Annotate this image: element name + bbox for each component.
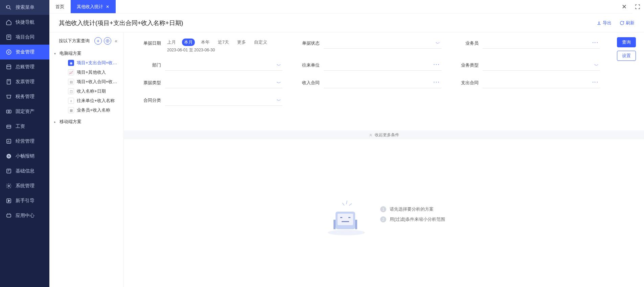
sidebar-item-contract[interactable]: 项目合同 (0, 30, 49, 45)
sidebar-item-label: 税务管理 (16, 94, 34, 100)
sidebar-item-info[interactable]: 基础信息 (0, 164, 49, 178)
page-title: 其他收入统计(项目+支出合同+收入名称+日期) (59, 19, 183, 27)
tab-home[interactable]: 首页 (49, 0, 71, 13)
tree-item[interactable]: ◉项目+支出合同+收入... (53, 58, 120, 68)
sidebar-item-label: 总账管理 (16, 64, 34, 70)
filter-label-income-contract: 收入合同 (296, 78, 324, 86)
empty-state: 1请先选择要分析的方案 2用[过滤]条件来缩小分析范围 (124, 145, 644, 287)
tree-item[interactable]: ⫾往来单位+收入名称 (53, 96, 120, 105)
home-icon (5, 19, 12, 26)
date-tab-custom[interactable]: 自定义 (252, 39, 269, 46)
gear-icon (5, 183, 12, 189)
sidebar-item-home[interactable]: 快捷导航 (0, 15, 49, 30)
date-tab-more[interactable]: 更多 (235, 39, 248, 46)
svg-point-0 (7, 5, 10, 8)
sidebar-item-invoice[interactable]: 发票管理 (0, 74, 49, 89)
tab-current[interactable]: 其他收入统计✕ (71, 0, 116, 13)
sidebar-item-biz[interactable]: 经营管理 (0, 134, 49, 149)
page-header: 其他收入统计(项目+支出合同+收入名称+日期) 导出 刷新 (49, 14, 644, 32)
date-tab-7days[interactable]: 近7天 (216, 39, 231, 46)
tabs-bar: 首页 其他收入统计✕ (49, 0, 632, 14)
guide-icon (5, 197, 12, 204)
svg-point-33 (328, 230, 365, 235)
sidebar-item-tax[interactable]: 税务管理 (0, 89, 49, 104)
sidebar-item-label: 应用中心 (16, 213, 34, 219)
sidebar-item-label: 小畅报销 (16, 153, 34, 159)
more-icon: ··· (592, 79, 599, 85)
sidebar-item-system[interactable]: 系统管理 (0, 178, 49, 193)
add-scheme-button[interactable]: + (94, 37, 102, 45)
money-icon: ¥ (5, 49, 12, 55)
empty-step1: 请先选择要分析的方案 (390, 206, 434, 212)
settings-button[interactable]: 设置 (617, 51, 636, 61)
biztype-select[interactable]: ﹀ (483, 61, 600, 71)
close-all-button[interactable]: ✕ (618, 0, 630, 14)
svg-rect-8 (7, 65, 11, 69)
query-button[interactable]: 查询 (617, 37, 636, 47)
partner-select[interactable]: ··· (324, 61, 441, 71)
search-icon (5, 4, 12, 11)
document-icon (5, 34, 12, 41)
close-tab-icon[interactable]: ✕ (106, 4, 109, 9)
sidebar-item-funds[interactable]: ¥资金管理 (0, 45, 49, 59)
svg-rect-37 (348, 217, 350, 218)
expense-contract-select[interactable]: ··· (483, 78, 600, 88)
svg-rect-28 (7, 214, 11, 217)
export-button[interactable]: 导出 (597, 20, 612, 26)
svg-rect-39 (355, 220, 357, 229)
filter-label-status: 单据状态 (296, 39, 324, 46)
info-icon (5, 168, 12, 174)
chevron-down-icon: ﹀ (594, 63, 599, 69)
tree-item[interactable]: 📈项目+其他收入 (53, 68, 120, 77)
filter-label-biztype: 业务类型 (455, 61, 483, 68)
collapse-filters-button[interactable]: 收起更多条件 (124, 130, 644, 139)
scheme-icon: ⫾ (68, 98, 74, 104)
scheme-icon: ◫ (68, 88, 74, 94)
date-range-display: 2023-06-01 至 2023-06-30 (165, 47, 282, 53)
svg-point-31 (107, 41, 108, 42)
date-tab-lastmonth[interactable]: 上月 (165, 39, 178, 46)
refresh-button[interactable]: 刷新 (620, 20, 635, 26)
sidebar-item-expense[interactable]: G小畅报销 (0, 149, 49, 164)
tree-item[interactable]: ▦业务员+收入名称 (53, 105, 120, 115)
sidebar-item-label: 经营管理 (16, 138, 34, 144)
tree-item[interactable]: ◫收入名称+日期 (53, 87, 120, 96)
caret-right-icon: ▸ (54, 120, 56, 124)
scheme-settings-button[interactable] (104, 37, 111, 45)
sidebar-item-label: 快捷导航 (16, 19, 34, 25)
filter-label-tickettype: 票据类型 (137, 78, 165, 86)
more-icon: ··· (433, 62, 440, 68)
tickettype-select[interactable]: ﹀ (165, 78, 282, 88)
empty-step2: 用[过滤]条件来缩小分析范围 (390, 216, 445, 222)
tree-group-desktop[interactable]: ▾电脑端方案 (53, 49, 120, 58)
chevron-down-icon: ﹀ (277, 98, 281, 104)
g-icon: G (5, 153, 12, 160)
scheme-icon: ◉ (68, 60, 74, 66)
sidebar-item-salary[interactable]: 工资 (0, 119, 49, 134)
chevron-down-icon: ﹀ (277, 63, 281, 69)
sidebar-item-guide[interactable]: 新手引导 (0, 193, 49, 208)
contract-cat-select[interactable]: ﹀ (165, 96, 282, 106)
fullscreen-button[interactable] (632, 0, 643, 14)
app-icon (5, 212, 12, 219)
tax-icon (5, 93, 12, 100)
sidebar-item-asset[interactable]: 固定资产 (0, 104, 49, 119)
salesman-select[interactable]: ··· (483, 39, 600, 49)
filter-label-dept: 部门 (137, 61, 165, 68)
dept-select[interactable]: ﹀ (165, 61, 282, 71)
income-contract-select[interactable]: ··· (324, 78, 441, 88)
sidebar-item-ledger[interactable]: 总账管理 (0, 59, 49, 74)
status-select[interactable]: ﹀ (324, 39, 441, 49)
empty-illustration (323, 196, 370, 237)
svg-rect-40 (334, 220, 336, 229)
sidebar-item-search[interactable]: 搜索菜单 (0, 0, 49, 15)
collapse-scheme-button[interactable]: « (113, 38, 119, 44)
sidebar-item-apps[interactable]: 应用中心 (0, 208, 49, 223)
tree-group-mobile[interactable]: ▸移动端方案 (53, 117, 120, 126)
caret-down-icon: ▾ (54, 52, 56, 55)
date-tab-thisyear[interactable]: 本年 (199, 39, 212, 46)
svg-rect-36 (340, 217, 342, 218)
tree-item[interactable]: ▤项目+收入合同+收入... (53, 77, 120, 87)
date-tab-thismonth[interactable]: 本月 (182, 39, 195, 46)
svg-rect-35 (338, 214, 353, 225)
